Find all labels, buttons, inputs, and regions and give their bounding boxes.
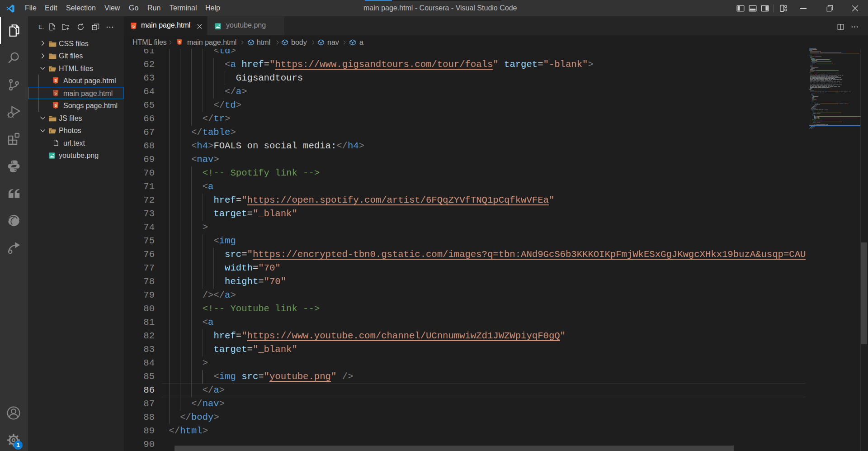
svg-text:5: 5 (54, 103, 57, 108)
svg-text:5: 5 (179, 40, 181, 44)
svg-text:5: 5 (132, 24, 135, 28)
svg-text:5: 5 (54, 78, 57, 83)
